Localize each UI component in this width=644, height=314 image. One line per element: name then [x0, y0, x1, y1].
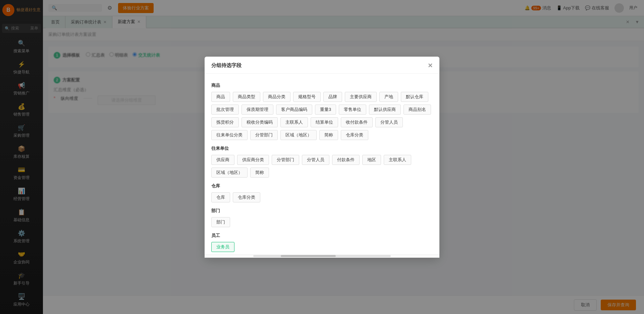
tag-item-0-8[interactable]: 批次管理 [211, 105, 239, 115]
tag-item-1-2[interactable]: 分管部门 [272, 155, 299, 165]
modal-body[interactable]: 商品商品商品类型商品分类规格型号品牌主要供应商产地默认仓库批次管理保质期管理客户… [205, 74, 439, 255]
modal-tags-group-2: 仓库仓库分类 [211, 192, 433, 202]
modal-tags-group-1: 供应商供应商分类分管部门分管人员付款条件地区主联系人区域（地区）简称 [211, 155, 433, 178]
tag-item-2-1[interactable]: 仓库分类 [233, 192, 260, 202]
tag-item-0-12[interactable]: 零售单位 [339, 105, 366, 115]
tag-item-3-0[interactable]: 部门 [211, 217, 230, 227]
tag-item-0-7[interactable]: 默认仓库 [401, 92, 428, 102]
modal-tags-group-3: 部门 [211, 217, 433, 227]
modal-section-title-1: 往来单位 [211, 145, 433, 151]
tag-item-2-0[interactable]: 仓库 [211, 192, 230, 202]
tag-item-0-4[interactable]: 品牌 [323, 92, 342, 102]
modal-close-btn[interactable]: ✕ [428, 62, 433, 69]
modal-section-title-2: 仓库 [211, 183, 433, 189]
tag-item-0-19[interactable]: 收付款条件 [341, 117, 373, 127]
field-select-modal: 分组待选字段 ✕ 商品商品商品类型商品分类规格型号品牌主要供应商产地默认仓库批次… [205, 57, 439, 258]
tag-item-0-9[interactable]: 保质期管理 [241, 105, 273, 115]
modal-section-title-3: 部门 [211, 208, 433, 214]
tag-item-1-7[interactable]: 区域（地区） [211, 168, 248, 178]
tag-item-0-3[interactable]: 规格型号 [293, 92, 321, 102]
tag-item-0-2[interactable]: 商品分类 [263, 92, 290, 102]
tag-item-0-11[interactable]: 重量3 [315, 105, 336, 115]
tag-item-1-5[interactable]: 地区 [362, 155, 381, 165]
tag-item-0-16[interactable]: 税收分类编码 [241, 117, 278, 127]
tag-item-0-15[interactable]: 拣货积分 [211, 117, 239, 127]
tag-item-0-18[interactable]: 结算单位 [311, 117, 338, 127]
tag-item-0-0[interactable]: 商品 [211, 92, 230, 102]
tag-item-0-20[interactable]: 分管人员 [375, 117, 403, 127]
tag-item-0-10[interactable]: 客户商品编码 [276, 105, 312, 115]
tag-item-1-3[interactable]: 分管人员 [302, 155, 329, 165]
tag-item-0-22[interactable]: 分管部门 [250, 130, 278, 140]
tag-item-0-14[interactable]: 商品别名 [404, 105, 431, 115]
tag-item-0-25[interactable]: 仓库分类 [341, 130, 368, 140]
tag-item-0-17[interactable]: 主联系人 [280, 117, 308, 127]
tag-item-0-1[interactable]: 商品类型 [233, 92, 260, 102]
modal-section-title-4: 员工 [211, 233, 433, 239]
tag-item-4-0[interactable]: 业务员 [211, 242, 234, 252]
tag-item-0-6[interactable]: 产地 [379, 92, 398, 102]
modal-section-title-0: 商品 [211, 82, 433, 88]
modal-tags-group-4: 业务员 [211, 242, 433, 252]
tag-item-0-24[interactable]: 简称 [319, 130, 338, 140]
tag-item-1-1[interactable]: 供应商分类 [237, 155, 269, 165]
tag-item-1-8[interactable]: 简称 [250, 168, 269, 178]
modal-scrollbar-area [205, 254, 439, 257]
tag-item-1-0[interactable]: 供应商 [211, 155, 234, 165]
modal-header: 分组待选字段 ✕ [205, 57, 439, 74]
tag-item-0-5[interactable]: 主要供应商 [345, 92, 377, 102]
tag-item-0-23[interactable]: 区域（地区） [280, 130, 317, 140]
tag-item-0-13[interactable]: 默认供应商 [369, 105, 401, 115]
tag-item-1-4[interactable]: 付款条件 [332, 155, 360, 165]
modal-tags-group-0: 商品商品类型商品分类规格型号品牌主要供应商产地默认仓库批次管理保质期管理客户商品… [211, 92, 433, 140]
modal-overlay: 分组待选字段 ✕ 商品商品商品类型商品分类规格型号品牌主要供应商产地默认仓库批次… [0, 0, 644, 314]
modal-title: 分组待选字段 [211, 62, 241, 69]
tag-item-0-21[interactable]: 往来单位分类 [211, 130, 248, 140]
tag-item-1-6[interactable]: 主联系人 [384, 155, 411, 165]
